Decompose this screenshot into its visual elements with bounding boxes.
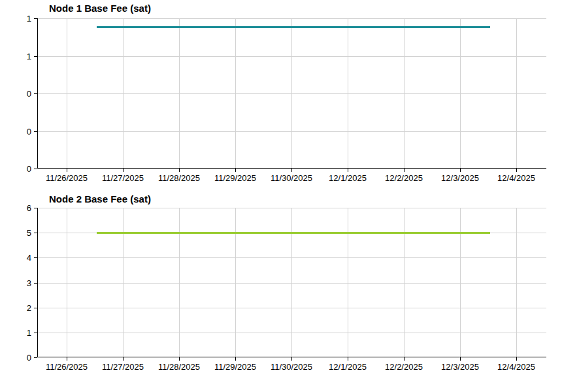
- x-tick-label: 12/1/2025: [329, 363, 367, 371]
- x-tick-mark: [235, 357, 236, 361]
- x-tick-label: 12/4/2025: [497, 363, 535, 371]
- x-tick-mark: [348, 357, 348, 361]
- series-line-node-1-base-fee: [97, 26, 490, 28]
- chart-title: Node 2 Base Fee (sat): [49, 193, 151, 204]
- chart-node-1-base-fee: Node 1 Base Fee (sat)11/26/202511/27/202…: [0, 0, 562, 191]
- x-tick-label: 11/27/2025: [102, 363, 144, 371]
- y-tick-label: 3: [27, 278, 31, 287]
- x-tick-label: 11/29/2025: [214, 363, 256, 371]
- gridline-horizontal: [37, 257, 546, 258]
- y-tick-mark: [34, 169, 37, 169]
- x-tick-mark: [460, 357, 461, 361]
- y-tick-label: 2: [27, 303, 31, 312]
- gridline-horizontal: [37, 283, 546, 284]
- series-line-node-2-base-fee: [97, 232, 490, 234]
- y-tick-label: 0: [27, 90, 31, 98]
- x-tick-label: 12/4/2025: [497, 174, 535, 182]
- y-tick-label: 6: [27, 204, 31, 212]
- x-tick-mark: [67, 169, 67, 172]
- x-tick-mark: [291, 357, 292, 361]
- gridline-horizontal: [37, 131, 546, 132]
- x-tick-label: 11/30/2025: [271, 174, 312, 182]
- chart-node-2-base-fee: Node 2 Base Fee (sat)11/26/202511/27/202…: [0, 191, 562, 392]
- x-tick-mark: [67, 357, 67, 361]
- y-tick-label: 1: [27, 14, 31, 23]
- y-axis-line: [37, 208, 38, 357]
- x-tick-label: 11/26/2025: [46, 363, 88, 371]
- x-tick-mark: [123, 169, 124, 172]
- x-tick-label: 12/2/2025: [385, 174, 423, 182]
- x-tick-label: 12/3/2025: [441, 174, 479, 182]
- x-tick-label: 11/27/2025: [102, 174, 144, 182]
- x-tick-label: 11/28/2025: [158, 363, 200, 371]
- x-tick-mark: [179, 357, 180, 361]
- y-tick-label: 4: [27, 253, 31, 262]
- x-tick-mark: [179, 169, 180, 172]
- x-axis-line: [37, 357, 546, 357]
- x-tick-label: 12/3/2025: [441, 363, 479, 371]
- x-tick-label: 11/26/2025: [46, 174, 88, 182]
- y-tick-label: 1: [27, 52, 31, 60]
- x-tick-mark: [291, 169, 292, 172]
- gridline-horizontal: [37, 93, 546, 94]
- y-tick-mark: [34, 357, 37, 358]
- fee-charts-page: Node 1 Base Fee (sat)11/26/202511/27/202…: [0, 0, 562, 392]
- gridline-horizontal: [37, 308, 546, 308]
- x-tick-label: 11/29/2025: [214, 174, 256, 182]
- gridline-horizontal: [37, 208, 546, 208]
- x-tick-label: 12/2/2025: [385, 363, 423, 371]
- x-tick-mark: [404, 357, 405, 361]
- plot-area: 11/26/202511/27/202511/28/202511/29/2025…: [37, 18, 546, 169]
- gridline-horizontal: [37, 18, 546, 19]
- x-tick-mark: [348, 169, 348, 172]
- y-tick-label: 1: [27, 328, 31, 336]
- y-tick-label: 0: [27, 165, 31, 173]
- x-tick-mark: [404, 169, 405, 172]
- x-tick-mark: [516, 169, 517, 172]
- x-axis-line: [37, 168, 546, 169]
- y-tick-label: 0: [27, 127, 31, 135]
- y-tick-label: 0: [27, 353, 31, 362]
- y-axis-line: [37, 18, 38, 169]
- gridline-horizontal: [37, 56, 546, 57]
- x-tick-mark: [516, 357, 517, 361]
- plot-area: 11/26/202511/27/202511/28/202511/29/2025…: [37, 208, 546, 357]
- x-tick-mark: [123, 357, 124, 361]
- x-tick-mark: [235, 169, 236, 172]
- x-tick-mark: [460, 169, 461, 172]
- x-tick-label: 12/1/2025: [329, 174, 367, 182]
- gridline-horizontal: [37, 333, 546, 333]
- x-tick-label: 11/30/2025: [271, 363, 312, 371]
- y-tick-label: 5: [27, 229, 31, 237]
- chart-title: Node 1 Base Fee (sat): [49, 3, 151, 14]
- x-tick-label: 11/28/2025: [158, 174, 200, 182]
